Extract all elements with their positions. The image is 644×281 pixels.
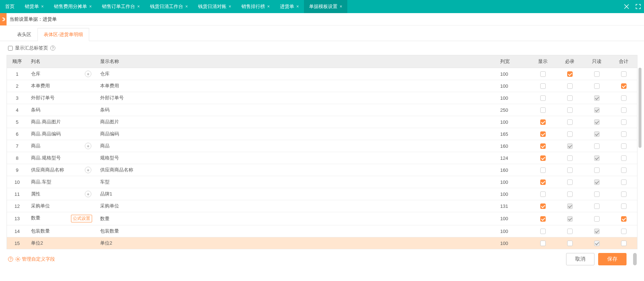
add-icon[interactable]: + — [85, 191, 91, 197]
cell-display-name[interactable]: 供应商商品名称 — [96, 164, 497, 176]
checkbox[interactable] — [540, 167, 546, 173]
top-tab[interactable]: 钱货日清工作台× — [145, 0, 193, 13]
checkbox[interactable] — [567, 229, 573, 234]
table-row[interactable]: 5商品.商品图片商品图片100 — [7, 116, 637, 128]
checkbox[interactable] — [594, 229, 600, 234]
table-row[interactable]: 2本单费用本单费用100 — [7, 80, 637, 92]
checkbox[interactable] — [621, 241, 627, 246]
checkbox[interactable] — [540, 191, 546, 197]
table-row[interactable]: 14包装数量包装数量100 — [7, 225, 637, 237]
checkbox[interactable] — [594, 155, 600, 161]
checkbox[interactable] — [540, 131, 546, 137]
checkbox[interactable] — [621, 131, 627, 137]
cancel-button[interactable]: 取消 — [566, 253, 594, 265]
cell-width[interactable]: 131 — [497, 200, 529, 212]
cell-width[interactable]: 100 — [497, 80, 529, 92]
close-icon[interactable]: × — [267, 4, 270, 9]
close-icon[interactable]: × — [89, 4, 92, 9]
cell-display-name[interactable]: 采购单位 — [96, 200, 497, 212]
table-row[interactable]: 10商品.车型车型100 — [7, 176, 637, 188]
checkbox[interactable] — [621, 179, 627, 185]
checkbox[interactable] — [567, 216, 573, 222]
checkbox[interactable] — [594, 71, 600, 77]
checkbox[interactable] — [567, 203, 573, 209]
checkbox[interactable] — [594, 216, 600, 222]
cell-display-name[interactable]: 商品图片 — [96, 116, 497, 128]
checkbox[interactable] — [594, 95, 600, 101]
cell-display-name[interactable]: 仓库 — [96, 68, 497, 80]
checkbox[interactable] — [621, 95, 627, 101]
checkbox[interactable] — [567, 83, 573, 89]
manage-custom-fields-link[interactable]: ? 管理自定义字段 — [8, 256, 55, 262]
checkbox[interactable] — [621, 229, 627, 234]
cell-width[interactable]: 100 — [497, 92, 529, 104]
checkbox[interactable] — [567, 95, 573, 101]
checkbox[interactable] — [540, 155, 546, 161]
checkbox[interactable] — [540, 179, 546, 185]
cell-width[interactable]: 124 — [497, 152, 529, 164]
checkbox[interactable] — [594, 191, 600, 197]
top-tab[interactable]: 销货单× — [20, 0, 49, 13]
cell-width[interactable]: 100 — [497, 188, 529, 200]
top-tab[interactable]: 进货单× — [275, 0, 304, 13]
add-icon[interactable]: + — [85, 71, 91, 77]
checkbox[interactable] — [621, 167, 627, 173]
checkbox[interactable] — [621, 191, 627, 197]
checkbox[interactable] — [594, 131, 600, 137]
close-icon[interactable]: × — [137, 4, 140, 9]
checkbox[interactable] — [540, 83, 546, 89]
scrollbar-thumb[interactable] — [639, 68, 641, 148]
checkbox[interactable] — [621, 71, 627, 77]
cell-width[interactable]: 100 — [497, 68, 529, 80]
save-button[interactable]: 保存 — [598, 253, 627, 265]
cell-display-name[interactable]: 车型 — [96, 176, 497, 188]
cell-width[interactable]: 250 — [497, 104, 529, 116]
cell-width[interactable]: 100 — [497, 212, 529, 225]
cell-display-name[interactable]: 品牌1 — [96, 188, 497, 200]
checkbox[interactable] — [567, 131, 573, 137]
checkbox[interactable] — [567, 241, 573, 246]
cell-display-name[interactable]: 商品编码 — [96, 128, 497, 140]
help-icon-footer[interactable]: ? — [8, 257, 13, 262]
table-row[interactable]: 15单位2单位2100 — [7, 237, 637, 249]
top-tab[interactable]: 销售订单工作台× — [97, 0, 145, 13]
table-row[interactable]: 1仓库+仓库100 — [7, 68, 637, 80]
table-row[interactable]: 4条码条码250 — [7, 104, 637, 116]
cell-width[interactable]: 100 — [497, 176, 529, 188]
footer-scrollbar[interactable] — [633, 253, 637, 265]
checkbox[interactable] — [540, 95, 546, 101]
checkbox[interactable] — [621, 203, 627, 209]
close-panel-icon[interactable] — [621, 0, 632, 13]
cell-display-name[interactable]: 规格型号 — [96, 152, 497, 164]
checkbox[interactable] — [567, 71, 573, 77]
checkbox[interactable] — [567, 179, 573, 185]
cell-display-name[interactable]: 条码 — [96, 104, 497, 116]
table-row[interactable]: 11属性+品牌1100 — [7, 188, 637, 200]
checkbox[interactable] — [594, 83, 600, 89]
help-icon[interactable]: ? — [50, 45, 55, 51]
cell-display-name[interactable]: 商品 — [96, 140, 497, 152]
checkbox[interactable] — [540, 203, 546, 209]
checkbox[interactable] — [540, 107, 546, 113]
checkbox[interactable] — [567, 155, 573, 161]
checkbox[interactable] — [621, 83, 627, 89]
table-row[interactable]: 12采购单位采购单位131 — [7, 200, 637, 212]
cell-display-name[interactable]: 单位2 — [96, 237, 497, 249]
checkbox[interactable] — [621, 107, 627, 113]
top-tab[interactable]: 销售费用分摊单× — [49, 0, 97, 13]
top-tab[interactable]: 销售排行榜× — [236, 0, 275, 13]
fullscreen-icon[interactable] — [632, 0, 644, 13]
cell-display-name[interactable]: 包装数量 — [96, 225, 497, 237]
sub-tab[interactable]: 表头区 — [11, 28, 37, 41]
checkbox[interactable] — [540, 143, 546, 149]
checkbox[interactable] — [567, 167, 573, 173]
checkbox[interactable] — [621, 155, 627, 161]
cell-display-name[interactable]: 本单费用 — [96, 80, 497, 92]
checkbox[interactable] — [567, 191, 573, 197]
close-icon[interactable]: × — [229, 4, 231, 9]
close-icon[interactable]: × — [185, 4, 188, 9]
cell-width[interactable]: 165 — [497, 128, 529, 140]
add-icon[interactable]: + — [85, 143, 91, 149]
add-icon[interactable]: + — [85, 167, 91, 173]
table-row[interactable]: 7商品+商品160 — [7, 140, 637, 152]
